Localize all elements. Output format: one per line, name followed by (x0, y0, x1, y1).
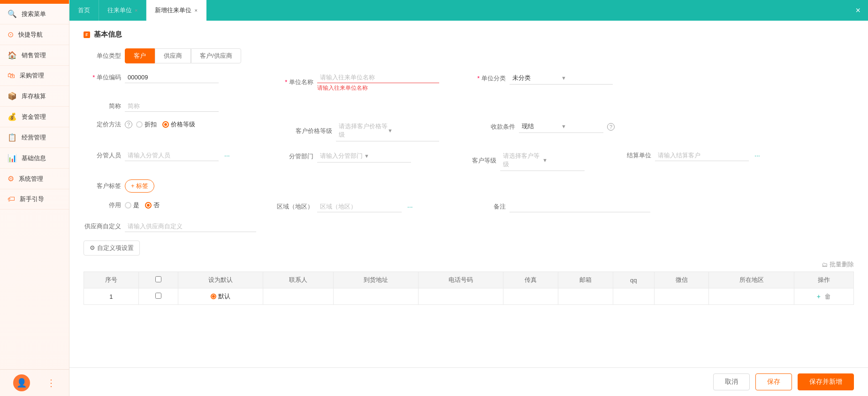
sidebar-item-finance[interactable]: 💰 资金管理 (0, 107, 69, 127)
disabled-no-radio[interactable]: 否 (145, 201, 160, 210)
sales-icon: 🏠 (8, 51, 17, 60)
disabled-yes-radio[interactable]: 是 (125, 201, 139, 210)
sidebar-item-purchase[interactable]: 🛍 采购管理 (0, 66, 69, 86)
short-name-label: 简称 (84, 102, 121, 110)
disabled-row: 停用 是 否 区域（地区） ··· (84, 201, 854, 212)
tab-partners[interactable]: 往来单位 × (99, 0, 146, 21)
custom-settings-button[interactable]: ⚙ 自定义项设置 (84, 241, 140, 256)
select-all-checkbox[interactable] (155, 276, 161, 282)
unit-name-field: 单位名称 请输入往来单位名称 (276, 72, 454, 92)
payment-terms-label: 收款条件 (478, 123, 515, 131)
short-name-input[interactable] (125, 101, 219, 112)
department-select[interactable]: 请输入分管部门 ▼ (317, 150, 411, 163)
tab-new-partner[interactable]: 新增往来单位 × (146, 0, 206, 21)
unit-category-value: 未分类 (512, 74, 561, 82)
row-default: 默认 (178, 288, 263, 305)
customer-level-select[interactable]: 请选择客户等级 ▼ (500, 150, 585, 171)
col-default: 设为默认 (178, 272, 263, 288)
sidebar-footer: 👤 ⋮ (0, 369, 69, 396)
sidebar-item-label: 销售管理 (22, 51, 46, 60)
cancel-button[interactable]: 取消 (713, 373, 750, 390)
settlement-unit-more-btn[interactable]: ··· (753, 152, 762, 159)
region-input[interactable] (317, 201, 402, 212)
settlement-unit-field: 结算单位 ··· (614, 150, 854, 161)
row-no: 1 (84, 288, 139, 305)
customer-tags-field: 客户标签 + 标签 (84, 179, 854, 193)
customer-price-level-select[interactable]: 请选择客户价格等级 ▼ (336, 120, 439, 141)
unit-type-supplier-btn[interactable]: 供应商 (155, 48, 191, 63)
supplier-custom-input[interactable] (125, 221, 256, 232)
form-content: F 基本信息 单位类型 客户 供应商 客户/供应商 单位编码 单位名称 (69, 21, 868, 367)
pricing-discount-circle (136, 121, 143, 128)
unit-type-customer-btn[interactable]: 客户 (125, 48, 155, 63)
region-field: 区域（地区） ··· (276, 201, 454, 212)
section-title-text: 基本信息 (94, 30, 122, 39)
sidebar-item-operations[interactable]: 📋 经营管理 (0, 127, 69, 148)
manager-input[interactable] (125, 150, 219, 161)
pricing-discount-label: 折扣 (145, 120, 157, 129)
batch-delete-btn[interactable]: 🗂 批量删除 (84, 260, 854, 269)
disabled-no-circle (145, 202, 152, 209)
unit-name-error: 请输入往来单位名称 (317, 84, 454, 92)
sidebar-item-search[interactable]: 🔍 搜索菜单 (0, 4, 69, 24)
sidebar-item-inventory[interactable]: 📦 库存核算 (0, 86, 69, 107)
row-delete-btn[interactable]: 🗑 (824, 293, 831, 300)
pricing-level-radio[interactable]: 价格等级 (162, 120, 195, 129)
short-name-field: 简称 (84, 101, 262, 112)
tab-partners-close[interactable]: × (135, 8, 137, 13)
sidebar-expand-btn[interactable]: ⋮ (46, 377, 56, 388)
remarks-input[interactable] (510, 201, 650, 212)
pricing-discount-radio[interactable]: 折扣 (136, 120, 157, 129)
remarks-field: 备注 (468, 201, 854, 212)
payment-terms-field: 收款条件 现结 ▼ ? (478, 120, 854, 133)
disabled-no-label: 否 (153, 201, 160, 210)
add-tag-button[interactable]: + 标签 (125, 179, 154, 193)
row-checkbox-1[interactable] (155, 293, 161, 299)
sidebar-item-new-guide[interactable]: 🏷 新手引导 (0, 189, 69, 210)
row-wechat (654, 288, 709, 305)
save-new-button[interactable]: 保存并新增 (798, 373, 854, 390)
sidebar-item-system[interactable]: ⚙ 系统管理 (0, 169, 69, 189)
sidebar-item-basic-info[interactable]: 📊 基础信息 (0, 148, 69, 169)
supplier-custom-label: 供应商自定义 (84, 222, 121, 231)
row-region (709, 288, 794, 305)
unit-code-input[interactable] (125, 72, 219, 83)
sidebar-item-sales[interactable]: 🏠 销售管理 (0, 45, 69, 66)
unit-category-label: 单位分类 (468, 74, 506, 83)
col-checkbox (138, 272, 178, 288)
sidebar-avatar-btn[interactable]: 👤 (13, 374, 30, 391)
unit-name-input[interactable] (317, 72, 439, 83)
unit-type-both-btn[interactable]: 客户/供应商 (191, 48, 241, 63)
customer-level-arrow: ▼ (542, 157, 582, 163)
manager-more-btn[interactable]: ··· (222, 152, 232, 159)
unit-code-label: 单位编码 (84, 73, 121, 82)
sidebar-item-quick-nav[interactable]: ⊙ 快捷导航 (0, 24, 69, 45)
payment-terms-arrow: ▼ (561, 124, 601, 129)
save-button[interactable]: 保存 (755, 373, 792, 390)
sidebar-item-label: 基础信息 (22, 154, 46, 163)
tab-home[interactable]: 首页 (69, 0, 99, 21)
tab-bar-close-btn[interactable]: × (848, 6, 868, 16)
row-default-radio[interactable] (211, 294, 216, 299)
unit-name-label: 单位名称 (276, 78, 313, 86)
guide-icon: 🏷 (8, 195, 15, 203)
row-add-btn[interactable]: + (817, 293, 821, 300)
region-more-btn[interactable]: ··· (405, 203, 415, 210)
batch-delete-label: 批量删除 (830, 260, 854, 269)
manager-label: 分管人员 (84, 151, 121, 160)
row-fax (503, 288, 558, 305)
sidebar-item-label: 经营管理 (22, 133, 46, 142)
sidebar-item-label: 资金管理 (22, 113, 46, 121)
unit-category-select[interactable]: 未分类 ▼ (510, 72, 613, 85)
unit-category-field: 单位分类 未分类 ▼ (468, 72, 854, 85)
pricing-help-icon[interactable]: ? (125, 121, 132, 128)
sidebar-item-label: 快捷导航 (18, 31, 43, 39)
home-icon: ⊙ (8, 30, 14, 39)
settlement-unit-input[interactable] (655, 150, 749, 161)
col-qq: qq (613, 272, 654, 288)
department-field: 分管部门 请输入分管部门 ▼ (276, 150, 445, 163)
payment-terms-select[interactable]: 现结 ▼ (519, 120, 603, 133)
payment-terms-help-icon[interactable]: ? (607, 123, 615, 131)
customer-tags-label: 客户标签 (84, 182, 121, 190)
tab-new-partner-close[interactable]: × (194, 8, 197, 13)
